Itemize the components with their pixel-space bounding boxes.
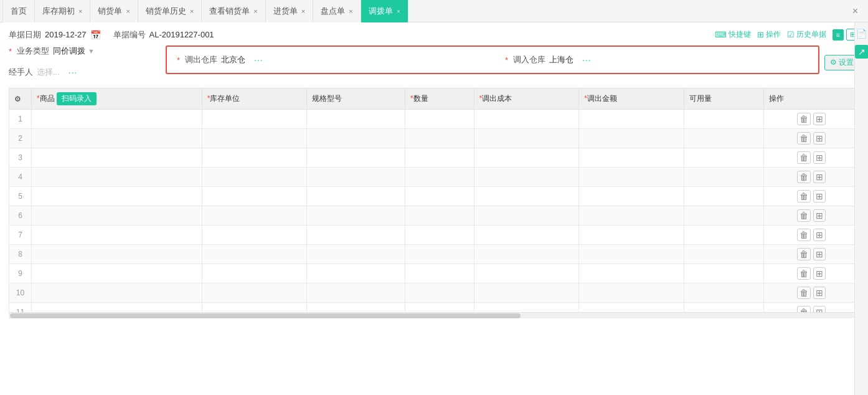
row-product[interactable] [32,206,202,226]
copy-row-icon[interactable]: ⊞ [813,248,826,260]
row-available[interactable] [684,148,764,168]
delete-row-icon[interactable]: 🗑 [797,209,811,222]
row-amount[interactable] [579,303,684,313]
row-unit[interactable] [202,283,307,303]
row-amount[interactable] [579,110,684,129]
row-product[interactable] [32,168,202,187]
row-product[interactable] [32,264,202,283]
delete-row-icon[interactable]: 🗑 [797,267,811,280]
tab-sales-order[interactable]: 销货单 × [90,0,138,22]
row-unit[interactable] [202,187,307,206]
row-available[interactable] [684,245,764,264]
row-spec[interactable] [307,206,405,226]
row-available[interactable] [684,129,764,148]
row-quantity[interactable] [405,264,474,283]
row-cost[interactable] [474,303,579,313]
tab-inventory-init[interactable]: 库存期初 × [35,0,90,22]
calendar-icon[interactable]: 📅 [90,30,101,40]
row-cost[interactable] [474,110,579,129]
row-product[interactable] [32,283,202,303]
col-settings[interactable]: ⚙ [9,88,32,110]
row-amount[interactable] [579,187,684,206]
delete-row-icon[interactable]: 🗑 [797,190,811,202]
tab-view-sales[interactable]: 查看销货单 × [202,0,265,22]
row-amount[interactable] [579,226,684,245]
row-quantity[interactable] [405,129,474,148]
row-product[interactable] [32,129,202,148]
tab-home[interactable]: 首页 [2,0,35,22]
row-quantity[interactable] [405,148,474,168]
row-cost[interactable] [474,206,579,226]
row-available[interactable] [684,264,764,283]
row-unit[interactable] [202,206,307,226]
close-tab-inventory-check[interactable]: × [349,7,352,15]
row-spec[interactable] [307,226,405,245]
row-amount[interactable] [579,206,684,226]
row-product[interactable] [32,303,202,313]
row-quantity[interactable] [405,168,474,187]
row-unit[interactable] [202,148,307,168]
row-spec[interactable] [307,168,405,187]
row-quantity[interactable] [405,245,474,264]
row-quantity[interactable] [405,283,474,303]
warehouse-in-more[interactable]: ··· [582,55,592,65]
scan-button[interactable]: 扫码录入 [57,92,97,105]
history-action[interactable]: ☑ 历史单据 [787,29,826,40]
delete-row-icon[interactable]: 🗑 [797,132,811,145]
row-unit[interactable] [202,264,307,283]
row-spec[interactable] [307,129,405,148]
row-product[interactable] [32,148,202,168]
delete-row-icon[interactable]: 🗑 [797,113,811,125]
copy-row-icon[interactable]: ⊞ [813,229,826,241]
row-amount[interactable] [579,283,684,303]
tab-inventory-check[interactable]: 盘点单 × [313,0,361,22]
row-available[interactable] [684,168,764,187]
row-cost[interactable] [474,148,579,168]
close-tab-purchase-order[interactable]: × [301,7,305,15]
scroll-thumb[interactable] [10,313,521,318]
sidebar-doc-icon[interactable]: 📄 [856,27,868,40]
copy-row-icon[interactable]: ⊞ [813,132,826,145]
row-unit[interactable] [202,226,307,245]
copy-row-icon[interactable]: ⊞ [813,209,826,222]
row-unit[interactable] [202,303,307,313]
horizontal-scrollbar[interactable] [9,312,859,318]
row-cost[interactable] [474,245,579,264]
biz-type-select[interactable]: 同价调拨 ▼ [53,45,95,57]
close-tab-transfer-order[interactable]: × [397,7,400,15]
delete-row-icon[interactable]: 🗑 [797,306,811,312]
row-amount[interactable] [579,168,684,187]
close-tab-view-sales[interactable]: × [253,7,257,15]
row-quantity[interactable] [405,110,474,129]
close-tab-inventory-init[interactable]: × [78,7,82,15]
copy-row-icon[interactable]: ⊞ [813,151,826,164]
copy-row-icon[interactable]: ⊞ [813,113,826,125]
warehouse-out-more[interactable]: ··· [254,55,263,65]
row-spec[interactable] [307,245,405,264]
delete-row-icon[interactable]: 🗑 [797,171,811,183]
delete-row-icon[interactable]: 🗑 [797,248,811,260]
tab-sales-history[interactable]: 销货单历史 × [138,0,202,22]
copy-row-icon[interactable]: ⊞ [813,306,826,312]
row-cost[interactable] [474,168,579,187]
person-more-btn[interactable]: ··· [68,67,78,77]
row-product[interactable] [32,226,202,245]
row-product[interactable] [32,187,202,206]
row-available[interactable] [684,187,764,206]
close-window-btn[interactable]: × [845,6,866,17]
row-quantity[interactable] [405,226,474,245]
row-unit[interactable] [202,168,307,187]
tab-transfer-order[interactable]: 调拨单 × [361,0,408,22]
row-amount[interactable] [579,148,684,168]
row-spec[interactable] [307,187,405,206]
row-available[interactable] [684,206,764,226]
row-product[interactable] [32,110,202,129]
row-spec[interactable] [307,303,405,313]
row-available[interactable] [684,110,764,129]
row-cost[interactable] [474,129,579,148]
row-product[interactable] [32,245,202,264]
row-spec[interactable] [307,264,405,283]
row-cost[interactable] [474,226,579,245]
row-cost[interactable] [474,283,579,303]
operation-action[interactable]: ⊞ 操作 [757,29,781,40]
